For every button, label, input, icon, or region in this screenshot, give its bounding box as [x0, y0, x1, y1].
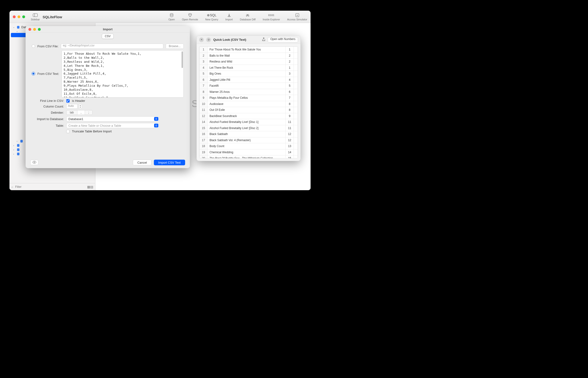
- row-pad: [294, 83, 298, 89]
- table-row[interactable]: 17 Black Sabbath Vol. 4 (Remaster) 12: [199, 137, 298, 143]
- row-pad: [294, 131, 298, 137]
- table-row[interactable]: 7 Facelift 5: [199, 83, 298, 89]
- row-value: 8: [286, 107, 294, 113]
- table-row[interactable]: 11 Out Of Exile 8: [199, 107, 298, 113]
- new-query-icon: ⊕SQL: [207, 13, 216, 17]
- chevron-right-icon: ›: [12, 153, 15, 155]
- chevron-right-icon: ›: [12, 148, 15, 151]
- table-row[interactable]: 2 Balls to the Wall 2: [199, 53, 298, 59]
- zoom-window-icon[interactable]: [22, 15, 25, 18]
- database-icon: [17, 152, 20, 156]
- share-icon[interactable]: [262, 37, 265, 42]
- table-row[interactable]: 20 The Best Of Buddy Guy - The Millenium…: [199, 155, 298, 159]
- quick-look-header: ✕ ⊘ Quick Look (CSV Text) Open with Numb…: [197, 36, 301, 44]
- database-icon: [20, 139, 23, 143]
- open-button[interactable]: Open: [169, 13, 175, 21]
- table-row[interactable]: 15 Alcohol Fueled Brewtality Live! [Disc…: [199, 125, 298, 131]
- row-value: 6: [286, 89, 294, 95]
- row-value: 12: [286, 131, 294, 137]
- table-row[interactable]: 14 Alcohol Fueled Brewtality Live! [Disc…: [199, 119, 298, 125]
- tab-csv[interactable]: CSV: [102, 34, 114, 39]
- svg-text:A: A: [296, 14, 298, 17]
- table-row[interactable]: 16 Black Sabbath 12: [199, 131, 298, 137]
- open-label: Open: [169, 18, 175, 21]
- layout-toggle-icon[interactable]: ▦▤: [87, 185, 93, 189]
- row-value: 12: [286, 137, 294, 143]
- binary-icon: 0101: [268, 13, 274, 17]
- import-button[interactable]: Import: [225, 13, 233, 21]
- close-window-icon[interactable]: [13, 15, 16, 18]
- row-pad: [294, 95, 298, 101]
- table-row[interactable]: 6 Jagged Little Pill 4: [199, 77, 298, 83]
- is-header-label: is Header: [72, 99, 85, 103]
- browse-button[interactable]: Browse...: [166, 44, 184, 49]
- column-count-stepper[interactable]: ▴▾: [78, 104, 82, 109]
- row-value: 1: [286, 47, 294, 53]
- import-label: Import: [225, 18, 233, 21]
- delimiter-segmented[interactable]: tab , ;: [66, 110, 92, 115]
- table-row[interactable]: 19 Chemical Wedding 14: [199, 149, 298, 155]
- table-row[interactable]: 8 Warner 25 Anos 6: [199, 89, 298, 95]
- sidebar-filter-input[interactable]: [15, 185, 86, 189]
- is-header-checkbox[interactable]: [66, 99, 70, 103]
- quick-look-table-wrap: 1 For Those About To Rock We Salute You …: [199, 46, 298, 159]
- row-title: BackBeat Soundtrack: [208, 113, 286, 119]
- table-row[interactable]: 4 Let There Be Rock 1: [199, 65, 298, 71]
- row-value: 2: [286, 59, 294, 65]
- database-diff-button[interactable]: Database Diff: [240, 13, 255, 21]
- new-query-button[interactable]: ⊕SQL New Query: [205, 13, 218, 21]
- database-select[interactable]: Database1: [66, 116, 159, 122]
- chevron-right-icon: ›: [16, 140, 18, 143]
- table-select[interactable]: Create a New Table or Choose a Table: [66, 123, 159, 128]
- open-with-button[interactable]: Open with Numbers: [268, 37, 298, 42]
- delimiter-semicolon[interactable]: ;: [85, 110, 92, 115]
- disable-quicklook-icon[interactable]: ⊘: [206, 37, 211, 42]
- sidebar-toggle-label: Sidebar: [31, 18, 40, 21]
- row-index: 18: [199, 143, 208, 149]
- import-icon: [227, 13, 231, 17]
- column-count-input[interactable]: Auto: [66, 104, 78, 109]
- import-csv-text-button[interactable]: Import CSV Text: [154, 160, 185, 165]
- cancel-button[interactable]: Cancel: [133, 160, 151, 165]
- svg-point-3: [189, 13, 192, 14]
- table-row[interactable]: 1 For Those About To Rock We Salute You …: [199, 47, 298, 53]
- quick-look-table: 1 For Those About To Rock We Salute You …: [199, 46, 298, 159]
- delimiter-comma[interactable]: ,: [78, 110, 85, 115]
- from-file-label: From CSV File:: [37, 44, 58, 48]
- from-file-radio[interactable]: [32, 44, 35, 48]
- table-row[interactable]: 9 Plays Metallica By Four Cellos 7: [199, 95, 298, 101]
- from-file-input[interactable]: eg: ~/Desktop/Import.csv: [61, 44, 163, 49]
- access-simulator-button[interactable]: A Access Simulator: [287, 13, 307, 21]
- row-pad: [294, 65, 298, 71]
- truncate-checkbox[interactable]: [66, 130, 70, 133]
- row-value: 13: [286, 143, 294, 149]
- truncate-label: Truncate Table Before Import: [72, 130, 112, 133]
- close-quicklook-icon[interactable]: ✕: [199, 37, 204, 42]
- table-select-placeholder: Create a New Table or Choose a Table: [68, 124, 121, 127]
- csv-text-input[interactable]: 1,For Those About To Rock We Salute You,…: [62, 50, 184, 98]
- column-count-label: Column Count:: [32, 105, 64, 108]
- row-pad: [294, 107, 298, 113]
- csv-text-content: 1,For Those About To Rock We Salute You,…: [64, 52, 142, 98]
- preview-button[interactable]: [30, 160, 38, 165]
- inside-explorer-button[interactable]: 0101 Inside Explorer: [263, 13, 280, 21]
- table-row[interactable]: 5 Big Ones 3: [199, 71, 298, 77]
- row-value: 7: [286, 95, 294, 101]
- delimiter-tab[interactable]: tab: [66, 110, 78, 115]
- table-row[interactable]: 18 Body Count 13: [199, 143, 298, 149]
- row-index: 12: [199, 113, 208, 119]
- row-pad: [294, 113, 298, 119]
- from-text-radio[interactable]: [32, 72, 35, 75]
- scrollbar-thumb[interactable]: [182, 51, 183, 68]
- row-index: 19: [199, 149, 208, 155]
- table-row[interactable]: 12 BackBeat Soundtrack 9: [199, 113, 298, 119]
- remote-database-icon: [188, 13, 192, 17]
- table-row[interactable]: 10 Audioslave 8: [199, 101, 298, 107]
- minimize-window-icon[interactable]: [17, 15, 20, 18]
- table-row[interactable]: 3 Restless and Wild 2: [199, 59, 298, 65]
- row-title: For Those About To Rock We Salute You: [208, 47, 286, 53]
- sidebar-toggle-button[interactable]: Sidebar: [31, 13, 40, 21]
- row-value: 9: [286, 113, 294, 119]
- open-remote-button[interactable]: Open Remote: [182, 13, 198, 21]
- row-index: 8: [199, 89, 208, 95]
